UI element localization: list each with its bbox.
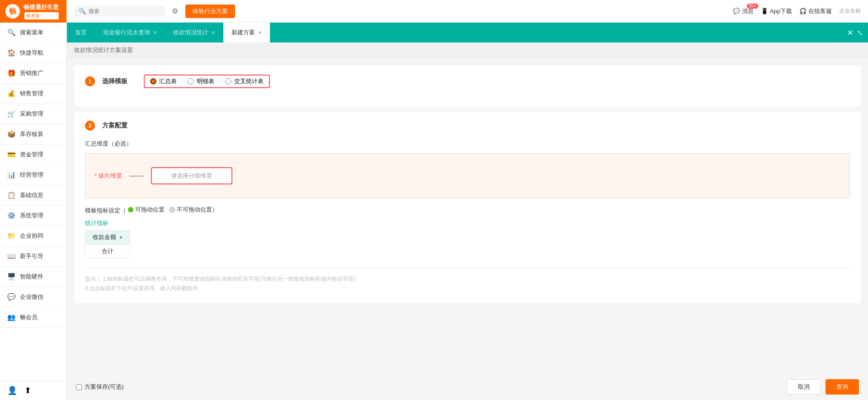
sidebar-item-label: 企业协同 [20, 232, 43, 240]
radio-summary-input[interactable] [150, 78, 156, 85]
card-icon: 💳 [7, 151, 15, 159]
tab-collection-close[interactable]: ✕ [211, 30, 215, 36]
notif-badge: 99+ [747, 4, 758, 9]
page-header: 收款情况统计方案设置 [67, 42, 868, 58]
sidebar: 畅 畅捷通好生意 标准版 🔍 搜索菜单 🏠 快捷导航 🎁 营销推广 💰 销售管理… [0, 0, 67, 400]
tab-expand-btn[interactable]: ⤡ [857, 28, 863, 37]
tabbar: 首页 现金银行流水查询 ✕ 收款情况统计 ✕ 新建方案 ✕ ✕ ⤡ [67, 23, 868, 42]
draggable-indicator: 可拖动位置 [128, 206, 165, 214]
sales-icon: 💰 [7, 89, 15, 98]
notification-btn[interactable]: 💬 消息 99+ [733, 7, 754, 15]
sidebar-item-sales[interactable]: 💰 销售管理 [0, 84, 66, 104]
sidebar-item-label: 库存核算 [20, 130, 43, 138]
tab-collection-stats[interactable]: 收款情况统计 ✕ [165, 23, 223, 42]
sidebar-item-label: 营销推广 [20, 69, 43, 77]
tab-collection-label: 收款情况统计 [173, 28, 208, 37]
sidebar-item-purchase[interactable]: 🛒 采购管理 [0, 104, 66, 124]
page-content: 1 选择模板 汇总表 明细表 [67, 58, 868, 373]
tip2: 2.点击标题栏下拉可设置排序、插入列和删除列 [85, 285, 850, 292]
radio-cross-input[interactable] [225, 78, 231, 85]
sidebar-item-search[interactable]: 🔍 搜索菜单 [0, 23, 66, 43]
topbar-right: 💬 消息 99+ 📱 App下载 🎧 在线客服 企业名称 [733, 7, 861, 15]
metrics-header-text: 收款金额 [93, 233, 116, 241]
metrics-header: 模板指标设定（ 可拖动位置 不可拖动位置） [85, 206, 850, 215]
search-input[interactable] [89, 8, 156, 14]
sidebar-item-label: 企业微信 [20, 293, 43, 301]
stats-label: 统计指标 [85, 219, 850, 227]
radio-summary-label: 汇总表 [159, 77, 177, 85]
save-checkbox-input[interactable] [76, 384, 82, 390]
logo-icon: 畅 [5, 4, 20, 19]
download-btn[interactable]: 📱 App下载 [761, 7, 792, 15]
tab-home[interactable]: 首页 [67, 23, 95, 42]
sidebar-item-marketing[interactable]: 🎁 营销推广 [0, 63, 66, 84]
tab-new-plan[interactable]: 新建方案 ✕ [223, 23, 270, 42]
sidebar-item-newbie[interactable]: 📖 新手引导 [0, 246, 66, 267]
sidebar-item-wechat[interactable]: 💬 企业微信 [0, 287, 66, 307]
metrics-title: 模板指标设定（ 可拖动位置 不可拖动位置） [85, 206, 218, 215]
sidebar-item-enterprise[interactable]: 📁 企业协同 [0, 226, 66, 246]
radio-detail[interactable]: 明细表 [188, 77, 214, 85]
breadcrumb: 收款情况统计方案设置 [74, 47, 133, 53]
metrics-table: 收款金额 ▾ 合计 [85, 230, 130, 259]
template-select-box: 汇总表 明细表 交叉统计表 [144, 75, 270, 88]
save-checkbox[interactable]: 方案保存(可选) [76, 383, 124, 391]
tab-new-plan-label: 新建方案 [231, 28, 255, 37]
sidebar-item-hardware[interactable]: 🖥️ 智能硬件 [0, 267, 66, 287]
dim-select-placeholder: 请选择分组维度 [171, 172, 212, 179]
tip1: 提示： 1.拖动标题栏可以调整布局，不可跨维度或指标区域拖动栏目字段(只能在同一… [85, 275, 850, 283]
sidebar-logo: 畅 畅捷通好生意 标准版 [0, 0, 66, 23]
service-btn[interactable]: 🎧 在线客服 [799, 7, 832, 15]
radio-cross[interactable]: 交叉统计表 [225, 77, 264, 85]
logo-text: 畅捷通好生意 [24, 3, 59, 11]
sidebar-item-label: 经营管理 [20, 171, 43, 179]
sidebar-item-business[interactable]: 📊 经营管理 [0, 165, 66, 185]
sidebar-item-label: 采购管理 [20, 110, 43, 118]
search-box[interactable]: 🔍 [74, 6, 165, 16]
step1-num: 1 [85, 76, 95, 86]
page-body: 收款情况统计方案设置 1 选择模板 汇总表 [67, 42, 868, 400]
vertical-dim-label: * 纵向维度 [94, 172, 122, 180]
sidebar-item-label: 系统管理 [20, 212, 43, 220]
gear-icon: ⚙️ [7, 212, 15, 220]
sidebar-bottom-icon1[interactable]: 👤 [7, 386, 17, 395]
sidebar-item-label: 快捷导航 [20, 49, 43, 57]
sidebar-item-finance[interactable]: 💳 资金管理 [0, 145, 66, 165]
dimension-title: 汇总维度（必选） [85, 140, 850, 148]
tab-bank-flow[interactable]: 现金银行流水查询 ✕ [95, 23, 165, 42]
dim-select-box[interactable]: 请选择分组维度 [151, 167, 232, 184]
search-icon: 🔍 [7, 28, 15, 37]
sidebar-item-inventory[interactable]: 📦 库存核算 [0, 124, 66, 145]
search-icon: 🔍 [79, 8, 86, 14]
sidebar-item-system[interactable]: ⚙️ 系统管理 [0, 206, 66, 226]
tab-new-plan-close[interactable]: ✕ [258, 30, 262, 36]
query-button[interactable]: 查询 [826, 379, 859, 395]
download-label: App下载 [770, 7, 792, 15]
main-area: 🔍 ⚙ 体验行业方案 💬 消息 99+ 📱 App下载 🎧 在线客服 企业名称 [67, 0, 868, 400]
sidebar-bottom-icon2[interactable]: ⬆ [24, 386, 31, 395]
step1-label: 选择模板 [102, 77, 127, 85]
sidebar-item-base[interactable]: 📋 基础信息 [0, 185, 66, 206]
cancel-button[interactable]: 取消 [787, 379, 821, 395]
radio-detail-input[interactable] [188, 78, 194, 85]
tab-bank-flow-close[interactable]: ✕ [153, 30, 157, 36]
topbar: 🔍 ⚙ 体验行业方案 💬 消息 99+ 📱 App下载 🎧 在线客服 企业名称 [67, 0, 868, 23]
book-icon: 📖 [7, 252, 15, 260]
footer-actions: 取消 查询 [787, 379, 859, 395]
sidebar-item-quicknav[interactable]: 🏠 快捷导航 [0, 43, 66, 63]
radio-cross-label: 交叉统计表 [234, 77, 264, 85]
sidebar-item-label: 畅会员 [20, 313, 38, 321]
sidebar-item-label: 智能硬件 [20, 273, 43, 281]
sidebar-item-member[interactable]: 👥 畅会员 [0, 307, 66, 328]
tab-close-btn[interactable]: ✕ [847, 28, 853, 37]
industry-btn[interactable]: 体验行业方案 [185, 5, 235, 18]
drag-dot [128, 207, 133, 212]
download-icon: 📱 [761, 8, 768, 14]
step2-row: 2 方案配置 [85, 121, 850, 131]
settings-icon[interactable]: ⚙ [172, 7, 178, 15]
radio-detail-label: 明细表 [197, 77, 214, 85]
radio-group: 汇总表 明细表 交叉统计表 [150, 77, 264, 85]
user-name: 企业名称 [839, 7, 861, 15]
metrics-table-head[interactable]: 收款金额 ▾ [85, 231, 130, 245]
radio-summary[interactable]: 汇总表 [150, 77, 177, 85]
